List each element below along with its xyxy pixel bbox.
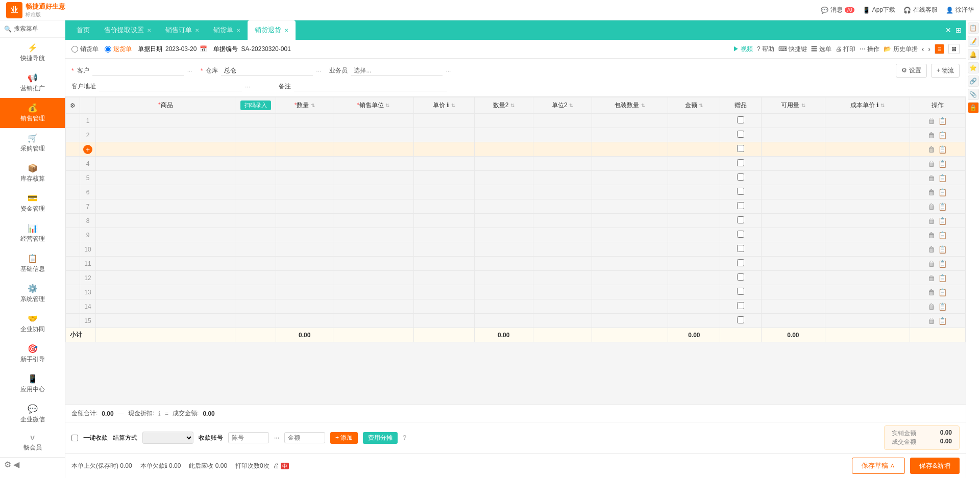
row-qty-9[interactable] <box>276 228 333 242</box>
copy-btn-12[interactable]: 📋 <box>937 274 948 282</box>
sidebar-item-purchase[interactable]: 🛒 采购管理 <box>0 128 65 158</box>
gift-checkbox-9[interactable] <box>737 231 744 238</box>
row-pkg-5[interactable] <box>592 171 668 185</box>
row-unit-6[interactable] <box>333 185 413 199</box>
shortcut-toolbar-btn[interactable]: ⌨ 快捷键 <box>778 45 807 54</box>
select-toolbar-btn[interactable]: ☰ 选单 <box>811 45 831 54</box>
row-unit2-14[interactable] <box>533 299 592 314</box>
row-pkg-9[interactable] <box>592 228 668 242</box>
gift-checkbox-12[interactable] <box>737 273 744 281</box>
row-qty-15[interactable] <box>276 314 333 328</box>
row-unit-11[interactable] <box>333 257 413 271</box>
copy-btn-6[interactable]: 📋 <box>937 188 948 196</box>
row-cost-4[interactable] <box>825 157 910 171</box>
th-scan[interactable]: 扫码录入 <box>235 97 276 114</box>
tab-close-sales-order[interactable]: ✕ <box>195 28 199 33</box>
row-amount-11[interactable] <box>668 257 720 271</box>
row-unit2-6[interactable] <box>533 185 592 199</box>
row-gift-6[interactable] <box>720 185 761 199</box>
row-gift-5[interactable] <box>720 171 761 185</box>
row-cost-3[interactable] <box>825 142 910 157</box>
tab-close-sales-return[interactable]: ✕ <box>284 28 288 33</box>
row-qty-7[interactable] <box>276 199 333 214</box>
delete-btn-15[interactable]: 🗑 <box>926 317 937 325</box>
sidebar-search-btn[interactable]: 🔍 搜索菜单 <box>0 20 65 38</box>
video-toolbar-btn[interactable]: ▶ 视频 <box>733 45 753 54</box>
row-cost-14[interactable] <box>825 299 910 314</box>
row-unit2-2[interactable] <box>533 128 592 142</box>
row-qty2-12[interactable] <box>474 271 533 285</box>
row-cost-1[interactable] <box>825 114 910 128</box>
row-unit-7[interactable] <box>333 199 413 214</box>
settlement-select[interactable] <box>142 432 193 444</box>
right-btn-5[interactable]: 🔗 <box>968 76 979 87</box>
row-gift-7[interactable] <box>720 199 761 214</box>
row-qty2-15[interactable] <box>474 314 533 328</box>
fee-split-btn[interactable]: 费用分摊 <box>363 432 398 444</box>
row-price-15[interactable] <box>414 314 475 328</box>
row-qty-2[interactable] <box>276 128 333 142</box>
row-qty-10[interactable] <box>276 242 333 257</box>
row-unit-2[interactable] <box>333 128 413 142</box>
gift-checkbox-10[interactable] <box>737 245 744 252</box>
row-amount-8[interactable] <box>668 214 720 228</box>
row-price-4[interactable] <box>414 157 475 171</box>
warehouse-dots[interactable]: ··· <box>316 67 321 74</box>
gift-checkbox-5[interactable] <box>737 173 744 181</box>
row-pkg-4[interactable] <box>592 157 668 171</box>
row-pkg-8[interactable] <box>592 214 668 228</box>
tab-home[interactable]: 首页 <box>69 20 97 40</box>
row-cost-12[interactable] <box>825 271 910 285</box>
row-qty-14[interactable] <box>276 299 333 314</box>
right-btn-4[interactable]: ⭐ <box>968 62 979 73</box>
user-btn[interactable]: 👤 徐泽华 <box>946 6 974 14</box>
tab-close-sales[interactable]: ✕ <box>236 28 240 33</box>
print-toolbar-btn[interactable]: 🖨 打印 <box>836 45 855 54</box>
row-unit-8[interactable] <box>333 214 413 228</box>
row-gift-10[interactable] <box>720 242 761 257</box>
row-amount-10[interactable] <box>668 242 720 257</box>
tab-sales-order[interactable]: 销售订单 ✕ <box>158 20 206 40</box>
sidebar-item-sales[interactable]: 💰 销售管理 <box>0 98 65 128</box>
customer-dots[interactable]: ··· <box>187 67 192 74</box>
row-goods-14[interactable] <box>96 299 235 314</box>
sidebar-item-appcenter[interactable]: 📱 应用中心 <box>0 369 65 399</box>
row-price-8[interactable] <box>414 214 475 228</box>
row-price-7[interactable] <box>414 199 475 214</box>
row-amount-15[interactable] <box>668 314 720 328</box>
row-qty2-7[interactable] <box>474 199 533 214</box>
gift-checkbox-15[interactable] <box>737 316 744 323</box>
row-qty-8[interactable] <box>276 214 333 228</box>
row-qty-4[interactable] <box>276 157 333 171</box>
one-click-checkbox[interactable] <box>71 435 78 441</box>
row-unit-4[interactable] <box>333 157 413 171</box>
row-gift-14[interactable] <box>720 299 761 314</box>
gift-checkbox-6[interactable] <box>737 188 744 195</box>
row-price-1[interactable] <box>414 114 475 128</box>
row-gift-15[interactable] <box>720 314 761 328</box>
row-available-2[interactable] <box>761 128 825 142</box>
radio-sales[interactable]: 销货单 <box>71 45 99 54</box>
goods-input-3[interactable] <box>135 146 196 153</box>
row-qty2-3[interactable] <box>474 142 533 157</box>
app-download-btn[interactable]: 📱 App下载 <box>863 6 895 14</box>
delete-btn-9[interactable]: 🗑 <box>926 231 937 239</box>
row-unit2-8[interactable] <box>533 214 592 228</box>
row-price-6[interactable] <box>414 185 475 199</box>
row-amount-12[interactable] <box>668 271 720 285</box>
gift-checkbox-1[interactable] <box>737 116 744 123</box>
row-available-6[interactable] <box>761 185 825 199</box>
delete-btn-2[interactable]: 🗑 <box>926 131 937 139</box>
row-price-5[interactable] <box>414 171 475 185</box>
view-grid-btn[interactable]: ⊞ <box>948 44 960 54</box>
row-qty2-14[interactable] <box>474 299 533 314</box>
gift-checkbox-2[interactable] <box>737 131 744 138</box>
row-goods-13[interactable] <box>96 285 235 299</box>
row-gift-1[interactable] <box>720 114 761 128</box>
row-cost-6[interactable] <box>825 185 910 199</box>
history-toolbar-btn[interactable]: 📂 历史单据 <box>884 45 917 54</box>
sidebar-item-finance[interactable]: 💳 资金管理 <box>0 188 65 218</box>
row-qty2-1[interactable] <box>474 114 533 128</box>
row-cost-13[interactable] <box>825 285 910 299</box>
gift-checkbox-7[interactable] <box>737 202 744 209</box>
